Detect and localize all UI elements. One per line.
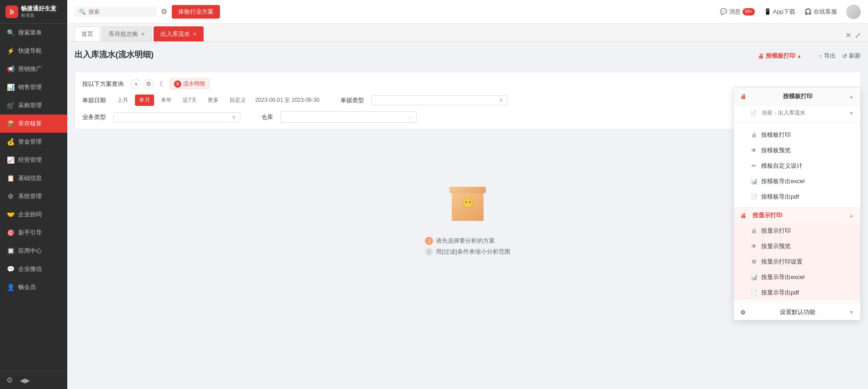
- tab-inventory-flow[interactable]: 出入库流水 ✕: [154, 26, 204, 41]
- dp-current-arrow-icon[interactable]: ▼: [849, 110, 854, 116]
- avatar[interactable]: [846, 5, 861, 19]
- tab-close-inventory-flow[interactable]: ✕: [193, 31, 197, 37]
- sidebar-item-inventory[interactable]: 📦 库存核算: [0, 115, 67, 133]
- dp-display-print-icon: 🖨: [750, 227, 758, 234]
- doc-type-label: 单据类型: [340, 96, 364, 105]
- empty-hints: 1 请先选择要分析的方案 2 用[过滤]条件来缩小分析范围: [425, 237, 510, 256]
- topbar: 🔍 ⚙ 体验行业方案 💬 消息 99+ 📱 App下载 🎧 在线客服: [67, 0, 868, 24]
- dp-template-pdf-icon: 📄: [750, 193, 758, 200]
- sidebar-item-app-center[interactable]: 🔲 应用中心: [0, 242, 67, 260]
- dp-display-print-btn[interactable]: 🖨 按显示打印: [734, 223, 860, 239]
- dp-display-pdf-icon: 📄: [750, 289, 758, 296]
- business-type-label: 业务类型: [82, 113, 106, 121]
- sidebar-item-sales[interactable]: 📊 销售管理: [0, 78, 67, 96]
- filter-add-btn[interactable]: ＋: [131, 79, 141, 89]
- search-input[interactable]: [89, 9, 143, 15]
- dp-template-pdf-btn[interactable]: 📄 按模板导出pdf: [734, 189, 860, 204]
- doc-type-select[interactable]: ▼: [371, 95, 508, 105]
- dp-display-excel-icon: 📊: [750, 274, 758, 281]
- hint-num-2: 2: [425, 248, 433, 256]
- sidebar-item-enterprise[interactable]: 🤝 企业协同: [0, 205, 67, 224]
- logo-text: 畅捷通好生意 标准版: [21, 5, 56, 19]
- app-download-icon: 📱: [764, 8, 771, 15]
- date-last-7-btn[interactable]: 近7天: [179, 95, 201, 106]
- tab-batch-accounts[interactable]: 库存批次账 ✕: [102, 26, 152, 41]
- message-icon: 💬: [720, 8, 727, 15]
- tab-home[interactable]: 首页: [75, 26, 100, 41]
- dp-template-print-btn[interactable]: 🖨 按模板打印: [734, 127, 860, 143]
- export-btn[interactable]: ↑ 导出: [819, 52, 836, 60]
- industry-btn[interactable]: 体验行业方案: [172, 5, 220, 19]
- filter-settings-btn[interactable]: ⚙: [144, 79, 154, 89]
- app-center-icon: 🔲: [6, 247, 15, 255]
- dp-display-header-icon: 🖨: [740, 212, 746, 219]
- dp-header-arrow-icon[interactable]: ▲: [849, 94, 854, 99]
- filter-collapse-icon[interactable]: 《: [156, 80, 163, 88]
- dp-template-preview-btn[interactable]: 👁 按模板预览: [734, 143, 860, 158]
- window-close-btn[interactable]: ✕: [845, 31, 851, 40]
- dp-display-settings-icon: ⚙: [750, 258, 758, 265]
- tab-close-batch-accounts[interactable]: ✕: [141, 31, 145, 37]
- window-maximize-btn[interactable]: ⤢: [855, 31, 861, 40]
- dp-display-pdf-btn[interactable]: 📄 按显示导出pdf: [734, 285, 860, 300]
- sidebar-item-search-menu[interactable]: 🔍 搜索菜单: [0, 24, 67, 42]
- empty-icon: 😶: [445, 185, 490, 230]
- marketing-icon: 📢: [6, 65, 15, 73]
- sidebar-collapse-icon[interactable]: ◀▶: [20, 377, 30, 384]
- date-this-year-btn[interactable]: 本年: [157, 95, 176, 106]
- dp-template-custom-btn[interactable]: ✏ 模板自定义设计: [734, 158, 860, 174]
- business-type-select[interactable]: ▼: [113, 112, 240, 122]
- sidebar-item-purchase[interactable]: 🛒 采购管理: [0, 96, 67, 115]
- active-filter-tag[interactable]: 水 流水明细: [170, 79, 209, 89]
- sidebar-item-system[interactable]: ⚙ 系统管理: [0, 187, 67, 205]
- export-icon: ↑: [819, 53, 823, 60]
- dp-display-preview-btn[interactable]: 👁 按显示预览: [734, 239, 860, 254]
- date-more-btn[interactable]: 更多: [204, 95, 223, 106]
- app-download-btn[interactable]: 📱 App下载: [764, 8, 795, 16]
- dp-display-print-header[interactable]: 🖨 按显示打印 ▲: [734, 208, 860, 223]
- dp-header: 🖨 按模板打印 ▲: [734, 88, 860, 105]
- dp-settings-arrow-icon: ▼: [849, 309, 854, 315]
- dp-current-template: 📄 当前：出入库流水 ▼: [734, 105, 860, 120]
- member-icon: 👤: [6, 283, 15, 291]
- warehouse-field[interactable]: ···: [280, 111, 417, 123]
- sidebar-item-finance[interactable]: 💰 资金管理: [0, 133, 67, 151]
- purchase-icon: 🛒: [6, 101, 15, 110]
- sidebar-item-basic-info[interactable]: 📋 基础信息: [0, 169, 67, 187]
- sidebar: b 畅捷通好生意 标准版 🔍 搜索菜单 ⚡ 快捷导航 📢 营销推广 📊 销售管理…: [0, 0, 67, 389]
- sidebar-item-member[interactable]: 👤 畅会员: [0, 278, 67, 296]
- dp-display-print-settings-btn[interactable]: ⚙ 按显示打印设置: [734, 254, 860, 269]
- print-template-btn[interactable]: 🖨 按模板打印 ▲: [758, 52, 802, 60]
- date-custom-btn[interactable]: 自定义: [225, 95, 250, 106]
- sidebar-item-quick-nav[interactable]: ⚡ 快捷导航: [0, 42, 67, 60]
- online-service-btn[interactable]: 🎧 在线客服: [804, 8, 837, 16]
- dp-settings-icon: ⚙: [740, 309, 746, 316]
- dp-template-excel-btn[interactable]: 📊 按模板导出excel: [734, 174, 860, 189]
- sidebar-item-marketing[interactable]: 📢 营销推广: [0, 60, 67, 78]
- date-this-month-btn[interactable]: 本月: [135, 95, 154, 106]
- dp-current-icon: 📄: [750, 110, 757, 116]
- dp-settings-default-btn[interactable]: ⚙ 设置默认功能 ▼: [734, 304, 860, 320]
- refresh-btn[interactable]: ↺ 刷新: [842, 52, 861, 60]
- quick-nav-icon: ⚡: [6, 47, 15, 55]
- topbar-search-box[interactable]: 🔍: [75, 7, 156, 17]
- topbar-right: 💬 消息 99+ 📱 App下载 🎧 在线客服: [720, 5, 861, 19]
- dp-print-icon: 🖨: [740, 93, 746, 100]
- sidebar-settings-icon[interactable]: ⚙: [6, 376, 13, 384]
- headset-icon: 🎧: [804, 8, 812, 15]
- date-label: 单据日期: [82, 96, 106, 105]
- avatar-placeholder: [846, 5, 861, 19]
- sidebar-item-guide[interactable]: 🎯 新手引导: [0, 224, 67, 242]
- dp-display-excel-btn[interactable]: 📊 按显示导出excel: [734, 269, 860, 285]
- topbar-search-icon: 🔍: [79, 9, 86, 15]
- topbar-gear-icon[interactable]: ⚙: [161, 7, 167, 16]
- dp-template-preview-icon: 👁: [750, 147, 758, 154]
- date-prev-month-btn[interactable]: 上月: [113, 95, 132, 106]
- dp-display-preview-icon: 👁: [750, 243, 758, 250]
- content-toolbar: 🖨 按模板打印 ▲ ··· ↑ 导出 ↺ 刷新: [758, 52, 861, 60]
- sidebar-item-operations[interactable]: 📈 经营管理: [0, 151, 67, 169]
- sidebar-item-enterprise-wechat[interactable]: 💬 企业微信: [0, 260, 67, 278]
- business-type-chevron-icon: ▼: [231, 115, 236, 120]
- message-btn[interactable]: 💬 消息 99+: [720, 8, 755, 16]
- operations-icon: 📈: [6, 156, 15, 164]
